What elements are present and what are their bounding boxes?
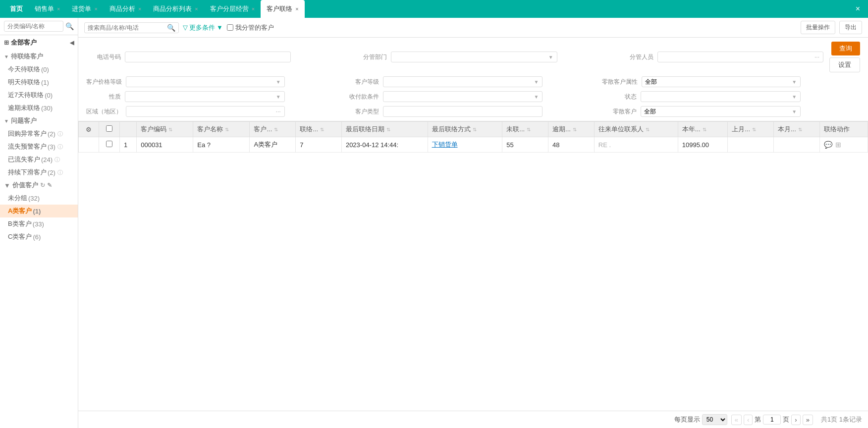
row-checkbox-cell[interactable]: [99, 137, 119, 153]
page-number-input[interactable]: [763, 415, 781, 425]
sidebar-item-7days-pending[interactable]: 近7天待联络(0): [0, 89, 78, 102]
nav-item-product-analysis-list[interactable]: 商品分析列表 ×: [147, 0, 204, 18]
filter-department: 分管部门 ▼: [352, 52, 557, 62]
batch-op-button[interactable]: 批量操作: [801, 21, 835, 34]
page-label-last: 页: [783, 415, 789, 424]
filter-retail-attr-input[interactable]: [642, 76, 801, 87]
th-overdue[interactable]: 逾期...⇅: [548, 122, 595, 137]
filter-status-input[interactable]: [641, 91, 801, 102]
edit-icon[interactable]: ✎: [47, 182, 52, 189]
close-product-analysis-list-tab[interactable]: ×: [195, 6, 198, 12]
filter-customer-type-input[interactable]: [383, 106, 543, 117]
sidebar-item-today-pending[interactable]: 今天待联络(0): [0, 63, 78, 76]
close-purchase-tab[interactable]: ×: [94, 6, 97, 12]
page-size-select[interactable]: 50 10 20 100: [702, 414, 727, 425]
th-code[interactable]: 客户编码⇅: [137, 122, 193, 137]
setting-button[interactable]: 设置: [829, 57, 860, 72]
prev-page-button[interactable]: ‹: [744, 415, 753, 425]
close-customer-segment-tab[interactable]: ×: [252, 6, 255, 12]
filter-price-level-input[interactable]: [126, 76, 285, 87]
filter-payment-terms-input[interactable]: [383, 91, 543, 102]
next-page-button[interactable]: ›: [791, 415, 800, 425]
select-all-checkbox[interactable]: [106, 125, 112, 132]
th-last-contact-date[interactable]: 最后联络日期⇅: [341, 122, 428, 137]
filter-retail-input[interactable]: [641, 106, 801, 117]
window-close-button[interactable]: ×: [852, 4, 864, 13]
query-button[interactable]: 查询: [831, 42, 860, 55]
filter-department-input[interactable]: [391, 52, 557, 62]
filter-search-icon[interactable]: 🔍: [167, 24, 175, 32]
nav-item-customer-segment[interactable]: 客户分层经营 ×: [204, 0, 261, 18]
my-customer-checkbox[interactable]: [227, 24, 233, 31]
last-page-button[interactable]: »: [803, 415, 813, 425]
filter-more-btn[interactable]: ▽ 更多条件 ▼: [183, 23, 223, 32]
row-unit-contact: RE .: [594, 137, 678, 153]
table-footer: 每页显示 50 10 20 100 « ‹ 第 页 › » 共1页 1条记录: [78, 411, 868, 428]
sidebar-item-churned[interactable]: 已流失客户(24) ⓘ: [0, 153, 78, 166]
row-checkbox[interactable]: [106, 141, 112, 147]
th-last-contact-method[interactable]: 最后联络方式⇅: [428, 122, 502, 137]
filter-customer-level-input[interactable]: [383, 76, 543, 87]
nav-item-sales[interactable]: 销售单 ×: [29, 0, 66, 18]
horizontal-scrollbar[interactable]: [78, 405, 868, 411]
sidebar-item-tomorrow-pending[interactable]: 明天待联络(1): [0, 76, 78, 89]
sidebar-item-churn-warning[interactable]: 流失预警客户(3) ⓘ: [0, 140, 78, 153]
info-icon-3: ⓘ: [54, 156, 60, 163]
page-size-wrap: 每页显示 50 10 20 100: [674, 414, 727, 425]
arrow-icon-2: ▼: [4, 118, 9, 124]
sidebar-search-icon[interactable]: 🔍: [65, 22, 74, 30]
filter-search-input[interactable]: [88, 24, 167, 31]
filter-price-level: 客户价格等级 ▼: [86, 76, 285, 87]
sidebar-item-c-class[interactable]: C类客户(6): [0, 230, 78, 243]
qr-action-icon[interactable]: ⊞: [835, 141, 841, 149]
th-checkbox[interactable]: [99, 122, 119, 137]
export-button[interactable]: 导出: [839, 21, 862, 34]
close-sales-tab[interactable]: ×: [57, 6, 60, 12]
filter-customer-level: 客户等级 ▼: [344, 76, 543, 87]
first-page-button[interactable]: «: [731, 415, 742, 425]
data-table-wrap: ⚙ 客户编码⇅ 客户名称⇅ 客户...⇅ 联络...⇅ 最后联络日期⇅ 最后联络…: [78, 121, 868, 405]
close-customer-contact-tab[interactable]: ×: [295, 6, 298, 12]
filter-region-input[interactable]: [126, 106, 285, 117]
refresh-icon[interactable]: ↻: [40, 182, 45, 189]
th-this-month[interactable]: 本月...⇅: [773, 122, 819, 137]
th-gear[interactable]: ⚙: [79, 122, 99, 137]
th-contact[interactable]: 联络...⇅: [296, 122, 342, 137]
filter-payment-terms: 收付款条件 ▼: [344, 91, 543, 102]
table-row: 1 000031 Ea ? A类客户 7 2023-04-12 14:44: 下…: [79, 137, 868, 153]
chat-action-icon[interactable]: 💬: [824, 141, 832, 149]
advanced-filter-panel: 电话号码 分管部门 ▼ 分管人员 ···: [78, 38, 868, 121]
my-customer-checkbox-wrap[interactable]: 我分管的客户: [227, 23, 274, 32]
nav-item-product-analysis[interactable]: 商品分析 ×: [104, 0, 147, 18]
row-last-contact-date: 2023-04-12 14:44:: [341, 137, 428, 153]
th-unit-contact[interactable]: 往来单位联系人⇅: [594, 122, 678, 137]
nav-item-customer-contact[interactable]: 客户联络 ×: [261, 0, 304, 18]
row-last-contact-method[interactable]: 下销货单: [428, 137, 502, 153]
nav-item-purchase[interactable]: 进货单 ×: [66, 0, 103, 18]
action-buttons-col: 查询 设置: [827, 42, 860, 72]
sidebar-item-declining[interactable]: 持续下滑客户(2) ⓘ: [0, 166, 78, 179]
sidebar-item-a-class[interactable]: A类客户(1): [0, 205, 78, 217]
row-type: A类客户: [250, 137, 296, 153]
th-name[interactable]: 客户名称⇅: [193, 122, 250, 137]
info-icon-2: ⓘ: [57, 143, 63, 151]
row-actions: 💬 ⊞: [819, 137, 868, 153]
sidebar-search-input[interactable]: [4, 21, 63, 32]
filter-phone-input[interactable]: [125, 52, 291, 62]
contact-method-link[interactable]: 下销货单: [432, 141, 458, 148]
th-type[interactable]: 客户...⇅: [250, 122, 296, 137]
sidebar-item-repurchase-abnormal[interactable]: 回购异常客户(2) ⓘ: [0, 127, 78, 140]
th-uncontacted[interactable]: 未联...⇅: [502, 122, 548, 137]
filter-bar: 🔍 ▽ 更多条件 ▼ 我分管的客户 批量操作 导出: [78, 18, 868, 38]
sidebar-item-unclassified[interactable]: 未分组(32): [0, 192, 78, 205]
th-last-month[interactable]: 上月...⇅: [728, 122, 774, 137]
nav-item-home[interactable]: 首页: [4, 0, 29, 18]
sidebar-item-overdue-pending[interactable]: 逾期未联络(30): [0, 102, 78, 114]
table-body: 1 000031 Ea ? A类客户 7 2023-04-12 14:44: 下…: [79, 137, 868, 153]
sidebar-all-customers[interactable]: ⊞ 全部客户 ◀: [0, 35, 78, 50]
filter-manager-input[interactable]: [657, 52, 823, 62]
filter-nature-input[interactable]: [125, 91, 285, 102]
close-product-analysis-tab[interactable]: ×: [138, 6, 141, 12]
sidebar-item-b-class[interactable]: B类客户(33): [0, 217, 78, 230]
th-this-year[interactable]: 本年...⇅: [678, 122, 727, 137]
